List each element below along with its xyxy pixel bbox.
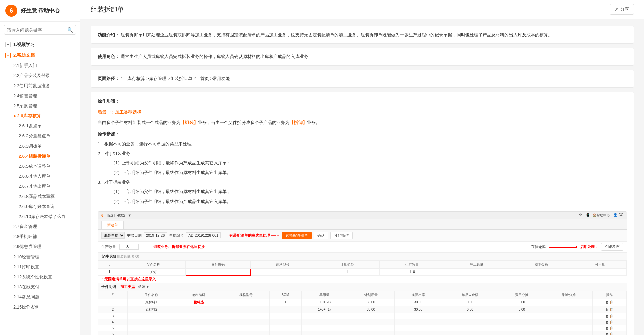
- expand-icon-1: +: [5, 42, 11, 47]
- mock-sub-header: 生产数量 3/n ← 组装业务、拆卸业务在这里切换 存储仓库 启用处理 ↓ 立即…: [98, 242, 627, 253]
- table-row: 2 原材料2 1+0+(-1) 30.00 30.00 0.00 0.00: [98, 306, 627, 313]
- sidebar-item-2-15[interactable]: 2.15操作案例: [0, 302, 80, 312]
- mock-select-list-btn[interactable]: 选择配件清单: [282, 232, 312, 239]
- logo-icon: 6: [5, 5, 17, 17]
- page-title: 组装拆卸单: [91, 5, 124, 14]
- col-parent-name: 父件名称: [121, 261, 185, 268]
- table-row: 1 关灯 1 1+0: [98, 268, 627, 275]
- mock-upper-table: # 父件名称 父件编码 规格型号 计量单位 生产数量 完工数量 成本金额 可用量: [98, 261, 627, 276]
- sidebar-item-2-4[interactable]: 2.4销售管理: [0, 91, 80, 101]
- share-label: 分享: [620, 6, 629, 12]
- mock-toolbar: 组装单据 拆卸单据 单据日期 2019-12-26 单据编号 AD-201912…: [98, 230, 627, 242]
- sidebar-item-2-3[interactable]: 2.3使用前数据准备: [0, 81, 80, 91]
- sidebar-item-2-7[interactable]: 2.7资金管理: [0, 222, 80, 232]
- mock-lower-table: # 子件名称 物料编码 规格型号 BOM 单用量 计划用量 实际出库 单品去金额…: [98, 291, 627, 335]
- sidebar-item-2-6-4[interactable]: 2.6.4组装拆卸单: [0, 151, 80, 161]
- col-qty2: 完工数量: [444, 261, 509, 268]
- mock-logo: 6: [101, 213, 103, 217]
- mock-upper-table-wrap: # 父件名称 父件编码 规格型号 计量单位 生产数量 完工数量 成本金额 可用量: [98, 261, 627, 276]
- mock-app-id: TEST-H002: [106, 213, 125, 217]
- sidebar: 6 好生意 帮助中心 🔍 + 1.视频学习 - 2.帮助文档 2.1新手入门 2…: [0, 0, 80, 335]
- share-button[interactable]: ↗ 分享: [610, 4, 634, 15]
- nav-label-2: 2.帮助文档: [13, 52, 35, 58]
- sidebar-item-2-8[interactable]: 2.8手机旺辅: [0, 232, 80, 242]
- sidebar-item-2-14[interactable]: 2.14常见问题: [0, 292, 80, 302]
- mock-type-select[interactable]: 组装单据 拆卸单据: [101, 232, 125, 239]
- search-icon[interactable]: 🔍: [67, 27, 73, 33]
- sidebar-item-2-10[interactable]: 2.10经营管理: [0, 252, 80, 262]
- ops-steps-title2: 操作步骤：: [98, 130, 627, 138]
- content-area: 功能介绍： 组装拆卸单用来处理企业组装或拆卸等加工业务，支持有固定装配清单的产品…: [80, 19, 644, 335]
- expand-icon-2: -: [5, 53, 11, 58]
- table-row: 5 🗑 📋: [98, 325, 627, 331]
- sidebar-item-2-6-10[interactable]: 2.6.10库存账本错了么办: [0, 212, 80, 222]
- mock-store-label: 存储仓库: [531, 244, 546, 249]
- screenshot-mockup: 6 TEST-H002 ▼ ⚙📲🏠帮助中心👤 CC 新建单 组装单据 拆卸单据: [98, 211, 627, 335]
- sidebar-item-2-6-5[interactable]: 2.6.5成本调整单: [0, 161, 80, 171]
- mock-store-val: [549, 246, 577, 248]
- mock-otherops-btn[interactable]: 其他操作: [330, 232, 353, 239]
- search-box[interactable]: 🔍: [4, 25, 76, 35]
- app-name: 好生意 帮助中心: [21, 7, 60, 14]
- mock-confirm2-btn[interactable]: 立即发布: [601, 243, 623, 251]
- table-row: 4 🗑 📋: [98, 319, 627, 325]
- intro-block: 功能介绍： 组装拆卸单用来处理企业组装或拆卸等加工业务，支持有固定装配清单的产品…: [91, 26, 634, 44]
- step-2-1: （1）上部明细为父件明细，最终作为产成品生成其它入库单；: [98, 159, 627, 167]
- annotation-3: 启用处理 ↓: [580, 244, 598, 249]
- annotation-2: ← 组装业务、拆卸业务在这里切换: [149, 244, 205, 249]
- path-block: 页面路径： 1、库存核算->库存管理->组装拆卸单 2、首页->常用功能: [91, 70, 634, 88]
- mock-date-label: 单据日期: [127, 233, 142, 238]
- intro-label: 功能介绍：: [98, 32, 119, 37]
- table-row: 1 原材料1 物料选 1 1+0+(-1) 30.00 30.00 0.00 0…: [98, 299, 627, 306]
- mock-dropdown-icon: ▼: [128, 213, 132, 217]
- sidebar-item-2-6-3[interactable]: 2.6.3调拨单: [0, 141, 80, 151]
- search-input[interactable]: [7, 27, 67, 33]
- main-area: 组装拆卸单 ↗ 分享 功能介绍： 组装拆卸单用来处理企业组装或拆卸等加工业务，支…: [80, 0, 644, 335]
- step-2: 2、对于组装业务: [98, 150, 627, 158]
- annotation-4: ↑ 无固定清单可以直接在这里录入: [98, 276, 627, 283]
- annotation-1: 有装配清单的在这里处理 ──→: [229, 233, 280, 238]
- path-text: 1、库存核算->库存管理->组装拆卸单 2、首页->常用功能: [121, 76, 230, 81]
- role-text: 通常由生产人员或库管人员完成拆装业务的操作，库管人员确认原材料的出库和产成品的入…: [121, 54, 308, 59]
- mock-tabs-row: 新建单: [98, 219, 627, 230]
- step-3: 3、对于拆装业务: [98, 178, 627, 187]
- mock-qty-val: 3/n: [119, 244, 139, 250]
- sidebar-item-2-6[interactable]: ● 2.6库存核算: [0, 111, 80, 121]
- step-3-1: （1）上部明细为父件明细，最终作为原材料生成其它出库单；: [98, 188, 627, 196]
- step-2-2: （2）下部明细为子件明细，最终作为原材料生成其它出库单。: [98, 169, 627, 177]
- col-spec: 规格型号: [250, 261, 315, 268]
- col-parent-code: 父件编码: [185, 261, 250, 268]
- sidebar-item-2-6-2[interactable]: 2.6.2分量盘点单: [0, 131, 80, 141]
- sidebar-item-2[interactable]: - 2.帮助文档: [0, 50, 80, 61]
- sidebar-item-2-6-7[interactable]: 2.6.7其他出库单: [0, 181, 80, 191]
- nav-label-1: 1.视频学习: [13, 42, 35, 48]
- sidebar-item-2-2[interactable]: 2.2产品安装及登录: [0, 71, 80, 81]
- intro-text: 组装拆卸单用来处理企业组装或拆卸等加工业务，支持有固定装配清单的产品加工业务，也…: [121, 32, 552, 37]
- sidebar-item-1[interactable]: + 1.视频学习: [0, 39, 80, 50]
- scenario-desc: 当由多个子件材料组装成一个成品的业务为【组装】业务，当由一个父件拆分成多个子产品…: [98, 119, 627, 127]
- mock-confirm-btn[interactable]: 确认: [314, 232, 328, 239]
- sidebar-item-2-5[interactable]: 2.5采购管理: [0, 101, 80, 111]
- sidebar-item-2-12[interactable]: 2.12系统个性化设置: [0, 272, 80, 282]
- sidebar-item-2-9[interactable]: 2.9优惠券管理: [0, 242, 80, 252]
- sidebar-item-2-6-6[interactable]: 2.6.6其他入库单: [0, 171, 80, 181]
- mock-icons-area: ⚙📲🏠帮助中心👤 CC: [579, 213, 623, 218]
- sidebar-item-2-6-9[interactable]: 2.6.9库存账本查询: [0, 202, 80, 212]
- sidebar-item-2-6-8[interactable]: 2.6.8商品成本重算: [0, 191, 80, 202]
- nav-section: + 1.视频学习 - 2.帮助文档 2.1新手入门 2.2产品安装及登录 2.3…: [0, 38, 80, 314]
- logo-area: 6 好生意 帮助中心: [0, 0, 80, 22]
- sidebar-item-2-13[interactable]: 2.13在线支付: [0, 282, 80, 292]
- role-block: 使用角色： 通常由生产人员或库管人员完成拆装业务的操作，库管人员确认原材料的出库…: [91, 48, 634, 65]
- col-avail: 可用量: [574, 261, 627, 268]
- role-label: 使用角色：: [98, 54, 119, 59]
- sidebar-item-2-6-1[interactable]: 2.6.1盘点单: [0, 121, 80, 131]
- sidebar-item-2-1[interactable]: 2.1新手入门: [0, 61, 80, 71]
- ops-title: 操作步骤：: [98, 97, 627, 106]
- mock-tab-active: 新建单: [101, 221, 124, 229]
- step-1: 1、根据不同的业务，选择不同单据的类型来处理: [98, 140, 627, 148]
- mock-upper-section-title: 父件明细 组装数量: 0.00: [98, 253, 627, 261]
- sidebar-item-2-11[interactable]: 2.11打印设置: [0, 262, 80, 272]
- mock-date-val: 2019-12-26: [144, 232, 167, 238]
- table-row: 3 🗑 📋: [98, 313, 627, 319]
- col-qty1: 生产数量: [380, 261, 444, 268]
